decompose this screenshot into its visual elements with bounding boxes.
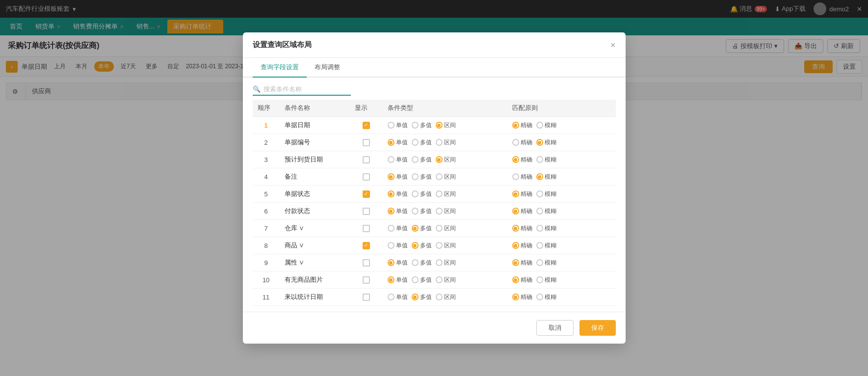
search-input[interactable] bbox=[263, 85, 351, 93]
match-radio-exact[interactable]: 精确 bbox=[512, 121, 532, 130]
cell-match: 精确模糊 bbox=[507, 254, 616, 271]
show-checkbox[interactable] bbox=[363, 242, 370, 249]
show-checkbox[interactable] bbox=[363, 294, 370, 301]
th-order: 顺序 bbox=[253, 100, 280, 117]
type-radio-multi[interactable]: 多值 bbox=[412, 224, 432, 233]
match-radio-exact[interactable]: 精确 bbox=[512, 138, 532, 147]
cell-show[interactable] bbox=[350, 289, 382, 306]
match-radio-fuzzy[interactable]: 模糊 bbox=[536, 173, 556, 181]
type-radio-multi[interactable]: 多值 bbox=[412, 259, 432, 267]
match-radio-fuzzy[interactable]: 模糊 bbox=[536, 121, 556, 130]
match-radio-fuzzy[interactable]: 模糊 bbox=[536, 276, 556, 284]
cell-show[interactable] bbox=[350, 237, 382, 254]
cell-match: 精确模糊 bbox=[507, 134, 616, 151]
show-checkbox[interactable] bbox=[363, 259, 370, 267]
type-radio-range[interactable]: 区间 bbox=[436, 242, 456, 250]
match-circle-fuzzy bbox=[536, 139, 543, 146]
type-radio-range[interactable]: 区间 bbox=[436, 173, 456, 181]
type-radio-single[interactable]: 单值 bbox=[388, 293, 408, 301]
type-radio-single[interactable]: 单值 bbox=[388, 173, 408, 181]
type-radio-range[interactable]: 区间 bbox=[436, 190, 456, 198]
type-radio-single[interactable]: 单值 bbox=[388, 190, 408, 198]
cell-show[interactable] bbox=[350, 186, 382, 203]
tab-layout-adjust[interactable]: 布局调整 bbox=[307, 58, 348, 78]
cell-show[interactable] bbox=[350, 220, 382, 237]
modal-footer: 取消 保存 bbox=[243, 312, 626, 344]
type-radio-range[interactable]: 区间 bbox=[436, 224, 456, 233]
type-radio-multi[interactable]: 多值 bbox=[412, 276, 432, 284]
show-checkbox[interactable] bbox=[363, 122, 370, 129]
cell-show[interactable] bbox=[350, 254, 382, 271]
type-radio-multi[interactable]: 多值 bbox=[412, 242, 432, 250]
type-radio-multi[interactable]: 多值 bbox=[412, 121, 432, 130]
type-radio-single[interactable]: 单值 bbox=[388, 121, 408, 130]
cell-show[interactable] bbox=[350, 203, 382, 220]
tab-query-fields[interactable]: 查询字段设置 bbox=[253, 58, 307, 78]
type-radio-multi[interactable]: 多值 bbox=[412, 293, 432, 301]
type-radio-range[interactable]: 区间 bbox=[436, 293, 456, 301]
show-checkbox[interactable] bbox=[363, 156, 370, 163]
match-radio-exact[interactable]: 精确 bbox=[512, 276, 532, 284]
radio-circle-multi bbox=[412, 242, 419, 249]
type-radio-multi[interactable]: 多值 bbox=[412, 207, 432, 215]
match-radio-fuzzy[interactable]: 模糊 bbox=[536, 293, 556, 301]
type-radio-single[interactable]: 单值 bbox=[388, 224, 408, 233]
cell-show[interactable] bbox=[350, 271, 382, 289]
type-radio-range[interactable]: 区间 bbox=[436, 121, 456, 130]
type-radio-single[interactable]: 单值 bbox=[388, 242, 408, 250]
type-radio-single[interactable]: 单值 bbox=[388, 276, 408, 284]
match-radio-exact[interactable]: 精确 bbox=[512, 156, 532, 164]
type-radio-multi[interactable]: 多值 bbox=[412, 138, 432, 147]
cell-type: 单值多值区间 bbox=[383, 151, 507, 168]
type-radio-range[interactable]: 区间 bbox=[436, 156, 456, 164]
type-radio-range[interactable]: 区间 bbox=[436, 259, 456, 267]
show-checkbox[interactable] bbox=[363, 173, 370, 181]
cell-show[interactable] bbox=[350, 134, 382, 151]
type-radio-multi[interactable]: 多值 bbox=[412, 156, 432, 164]
type-radio-range[interactable]: 区间 bbox=[436, 138, 456, 147]
match-radio-fuzzy[interactable]: 模糊 bbox=[536, 190, 556, 198]
match-radio-fuzzy[interactable]: 模糊 bbox=[536, 224, 556, 233]
type-radio-range[interactable]: 区间 bbox=[436, 276, 456, 284]
match-radio-fuzzy[interactable]: 模糊 bbox=[536, 138, 556, 147]
show-checkbox[interactable] bbox=[363, 139, 370, 146]
match-radio-fuzzy[interactable]: 模糊 bbox=[536, 242, 556, 250]
radio-circle-multi bbox=[412, 208, 419, 215]
type-radio-single[interactable]: 单值 bbox=[388, 259, 408, 267]
cell-match: 精确模糊 bbox=[507, 168, 616, 186]
match-radio-exact[interactable]: 精确 bbox=[512, 207, 532, 215]
modal-search-area: 🔍 bbox=[243, 78, 626, 100]
save-btn[interactable]: 保存 bbox=[579, 320, 616, 336]
table-row: 3预计到货日期单值多值区间精确模糊 bbox=[253, 151, 616, 168]
type-radio-single[interactable]: 单值 bbox=[388, 138, 408, 147]
match-circle-exact bbox=[512, 225, 519, 232]
show-checkbox[interactable] bbox=[363, 276, 370, 284]
radio-circle-range bbox=[436, 225, 443, 232]
cell-match: 精确模糊 bbox=[507, 289, 616, 306]
type-radio-multi[interactable]: 多值 bbox=[412, 173, 432, 181]
match-radio-exact[interactable]: 精确 bbox=[512, 293, 532, 301]
cell-name: 备注 bbox=[280, 168, 350, 186]
match-radio-fuzzy[interactable]: 模糊 bbox=[536, 207, 556, 215]
cell-show[interactable] bbox=[350, 168, 382, 186]
cell-show[interactable] bbox=[350, 151, 382, 168]
modal-overlay: 设置查询区域布局 × 查询字段设置 布局调整 🔍 bbox=[0, 0, 868, 376]
type-radio-single[interactable]: 单值 bbox=[388, 156, 408, 164]
cell-type: 单值多值区间 bbox=[383, 186, 507, 203]
match-radio-exact[interactable]: 精确 bbox=[512, 242, 532, 250]
cell-show[interactable] bbox=[350, 117, 382, 134]
match-radio-fuzzy[interactable]: 模糊 bbox=[536, 156, 556, 164]
type-radio-range[interactable]: 区间 bbox=[436, 207, 456, 215]
cancel-btn[interactable]: 取消 bbox=[536, 320, 574, 336]
match-radio-exact[interactable]: 精确 bbox=[512, 259, 532, 267]
modal-close-btn[interactable]: × bbox=[610, 41, 616, 50]
type-radio-multi[interactable]: 多值 bbox=[412, 190, 432, 198]
match-radio-fuzzy[interactable]: 模糊 bbox=[536, 259, 556, 267]
match-radio-exact[interactable]: 精确 bbox=[512, 173, 532, 181]
show-checkbox[interactable] bbox=[363, 208, 370, 215]
type-radio-single[interactable]: 单值 bbox=[388, 207, 408, 215]
match-radio-exact[interactable]: 精确 bbox=[512, 190, 532, 198]
show-checkbox[interactable] bbox=[363, 190, 370, 198]
match-radio-exact[interactable]: 精确 bbox=[512, 224, 532, 233]
show-checkbox[interactable] bbox=[363, 225, 370, 232]
